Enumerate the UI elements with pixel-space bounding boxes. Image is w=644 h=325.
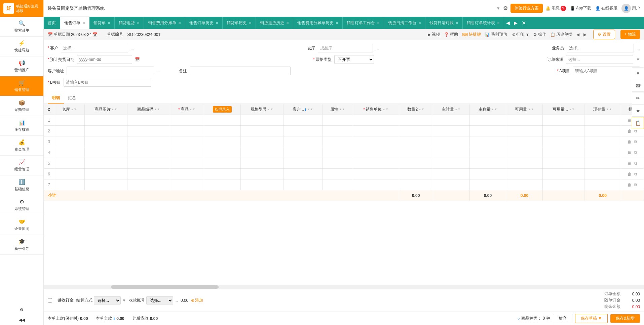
row-2-image[interactable]: [84, 126, 127, 136]
online-service-btn[interactable]: 👤 在线客服: [595, 5, 617, 11]
user-profile[interactable]: 👤 用户: [621, 4, 640, 13]
settings-gear-icon[interactable]: ⚙: [503, 5, 508, 11]
sidebar-item-purchase[interactable]: 📦 采购管理: [0, 96, 43, 116]
toolbar-video[interactable]: ▶ 视频: [428, 32, 440, 37]
solution-button[interactable]: 体验行业方案: [510, 4, 543, 13]
row-1-main-qty[interactable]: [469, 115, 506, 126]
col-settings-icon[interactable]: ⚙: [47, 107, 51, 112]
tab-home[interactable]: 首页: [44, 17, 60, 29]
toolbar-shortcut[interactable]: ⌨ 快捷键: [462, 32, 481, 37]
toolbar-history[interactable]: 📋 历史单据: [550, 32, 572, 37]
scan-button[interactable]: 扫码录入: [213, 106, 232, 113]
save-draft-button[interactable]: 保存草稿 ▼: [575, 314, 608, 323]
row-2-qty2[interactable]: [399, 126, 433, 136]
row-1-qty2[interactable]: [399, 115, 433, 126]
address-input[interactable]: [67, 67, 154, 75]
sidebar-item-quick-nav[interactable]: ⚡ 快捷导航: [0, 37, 43, 56]
horizontal-scrollbar[interactable]: [44, 285, 644, 289]
scroll-thumb[interactable]: [111, 285, 219, 289]
tab-workbench[interactable]: 销售订单工作台 ✕: [343, 17, 384, 29]
row-2-customer-code[interactable]: [283, 126, 322, 136]
tab-invoice-history[interactable]: 销货单历史 ✕: [223, 17, 256, 29]
toolbar-print[interactable]: 🖨 打印 ▼: [511, 32, 529, 37]
date-picker-icon[interactable]: 📅: [92, 32, 98, 37]
float-btn-star[interactable]: ★: [632, 105, 644, 117]
sidebar-item-guide[interactable]: 🎓 新手引导: [0, 235, 43, 255]
copy-icon-7[interactable]: ⧉: [634, 182, 637, 187]
sidebar-item-finance[interactable]: 💰 资金管理: [0, 136, 43, 156]
row-2-available2[interactable]: [543, 126, 584, 136]
date-icon[interactable]: 📅: [135, 57, 140, 62]
order-source-input[interactable]: [566, 55, 633, 64]
a-project-input[interactable]: [573, 67, 640, 75]
one-click-label[interactable]: 一键收订金: [48, 297, 74, 303]
row-1-product[interactable]: [170, 115, 204, 126]
copy-icon-5[interactable]: ⧉: [634, 161, 637, 166]
tab-close-5[interactable]: ✕: [249, 21, 252, 25]
col-settings[interactable]: ⚙: [44, 104, 54, 115]
sidebar-item-sales[interactable]: 🛒 销售管理: [0, 76, 43, 96]
tab-close-7[interactable]: ✕: [336, 21, 338, 25]
tab-close-6[interactable]: ✕: [286, 21, 289, 25]
sidebar-settings-btn[interactable]: ⚙: [0, 305, 43, 315]
salesperson-dots[interactable]: ...: [637, 46, 640, 50]
save-draft-arrow[interactable]: ▼: [598, 316, 602, 321]
row-2-attr[interactable]: [322, 126, 353, 136]
tab-detail[interactable]: 明细: [48, 93, 64, 104]
warehouse-input[interactable]: [318, 44, 373, 52]
float-btn-list[interactable]: ≡: [632, 67, 644, 79]
row-2-spec[interactable]: [240, 126, 283, 136]
one-click-checkbox[interactable]: [48, 298, 52, 302]
row-1-available[interactable]: [506, 115, 543, 126]
toolbar-operation[interactable]: ⚙ 操作: [533, 32, 546, 37]
row-2-main-unit[interactable]: [433, 126, 469, 136]
delete-icon-7[interactable]: 🗑: [628, 182, 632, 187]
tab-sales-stats[interactable]: 销售订单统计表 ✕: [463, 17, 504, 29]
toolbar-nav-next[interactable]: ▶: [583, 32, 586, 37]
delete-icon-2[interactable]: 🗑: [628, 129, 632, 133]
customer-input[interactable]: [61, 44, 128, 52]
sidebar-item-cooperation[interactable]: 🤝 企业协同: [0, 215, 43, 235]
salesperson-input[interactable]: [567, 44, 634, 52]
warehouse-dots[interactable]: ...: [376, 46, 379, 50]
tab-close-all-btn[interactable]: ✕: [520, 20, 528, 26]
invoice-select[interactable]: 不开票 增值税专用发票 增值税普通发票: [334, 55, 374, 64]
add-payment-btn[interactable]: ⊕ 添加: [191, 297, 203, 303]
tab-expense-history[interactable]: 销售费用分摊单历史 ✕: [293, 17, 343, 29]
row-1-spec[interactable]: [240, 115, 283, 126]
sidebar-item-marketing[interactable]: 📢 营销推广: [0, 56, 43, 76]
tab-summary[interactable]: 汇总: [64, 93, 80, 104]
row-2-warehouse[interactable]: [54, 126, 85, 136]
row-1-image[interactable]: [84, 115, 127, 126]
discard-button[interactable]: 放弃: [553, 314, 572, 323]
row-1-main-unit[interactable]: [433, 115, 469, 126]
row-1-customer-code[interactable]: [283, 115, 322, 126]
float-btn-edit[interactable]: ✏: [632, 92, 644, 104]
tab-sales-order-close[interactable]: ✕: [82, 21, 85, 25]
tab-close[interactable]: ✕: [108, 21, 110, 25]
tab-prev-btn[interactable]: ◀: [504, 20, 512, 26]
row-2-available[interactable]: [506, 126, 543, 136]
float-btn-clip[interactable]: 📋: [632, 117, 644, 129]
sidebar-item-inventory[interactable]: 📊 库存核算: [0, 116, 43, 136]
sidebar-item-search[interactable]: 🔍 搜索菜单: [0, 17, 43, 37]
tab-cash-reconcile[interactable]: 钱货日清对账 ✕: [425, 17, 463, 29]
row-2-code[interactable]: [127, 126, 170, 136]
tab-close-11[interactable]: ✕: [497, 21, 500, 25]
sidebar-item-system[interactable]: ⚙ 系统管理: [0, 195, 43, 215]
row-1-attr[interactable]: [322, 115, 353, 126]
row-2-product[interactable]: [170, 126, 204, 136]
remark-input[interactable]: [190, 67, 291, 75]
row-1-code[interactable]: [127, 115, 170, 126]
delete-icon-1[interactable]: 🗑: [628, 118, 632, 123]
row-1-available2[interactable]: [543, 115, 584, 126]
settlement-select[interactable]: 选择...: [94, 296, 121, 304]
copy-icon-3[interactable]: ⧉: [634, 139, 637, 144]
address-dots[interactable]: ...: [157, 69, 160, 73]
account-select[interactable]: 选择...: [146, 296, 173, 304]
tab-cash-workbench[interactable]: 钱货日清工作台 ✕: [384, 17, 425, 29]
tab-next-btn[interactable]: ▶: [512, 20, 520, 26]
tab-close-8[interactable]: ✕: [377, 21, 380, 25]
row-1-stock[interactable]: [584, 115, 621, 126]
tab-sales-history[interactable]: 销售订单历史 ✕: [185, 17, 223, 29]
